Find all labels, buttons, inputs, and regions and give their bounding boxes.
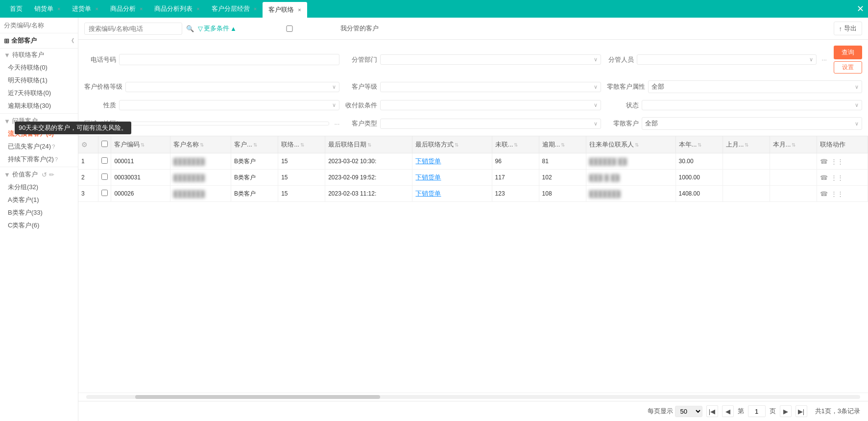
divider-2 xyxy=(0,167,78,167)
sidebar-item-churned[interactable]: 已流失客户(24) ? xyxy=(0,140,78,153)
sort-icon-type[interactable]: ⇅ xyxy=(253,142,257,148)
more-action-icon-2[interactable]: ⋮⋮ xyxy=(831,174,844,181)
filter-zero-attr-label: 零散客户属性 xyxy=(607,82,645,91)
sidebar-all-customers[interactable]: ⊞ 全部客户 《 xyxy=(0,33,78,49)
horizontal-scrollbar[interactable] xyxy=(78,393,868,401)
sort-icon-last-date[interactable]: ⇅ xyxy=(367,142,371,148)
more-conditions-button[interactable]: ▽ 更多条件 ▲ xyxy=(198,24,237,33)
chevron-up-icon: ▲ xyxy=(230,25,237,32)
query-button[interactable]: 查询 xyxy=(834,46,862,59)
sort-icon-this-month[interactable]: ⇅ xyxy=(792,142,796,148)
sidebar-item-ungrouped[interactable]: 未分组(32) xyxy=(0,181,78,194)
dept-select[interactable]: ∨ xyxy=(380,54,601,65)
region-select[interactable] xyxy=(125,122,329,125)
person-select[interactable]: ∨ xyxy=(637,54,817,65)
nav-customer-tier[interactable]: 客户分层经营 × xyxy=(206,0,263,18)
last-page-button[interactable]: ▶| xyxy=(796,405,807,417)
next-page-button[interactable]: ▶ xyxy=(780,405,792,417)
settings-button[interactable]: 设置 xyxy=(834,61,862,74)
sort-icon-last-month[interactable]: ⇅ xyxy=(745,142,748,148)
sidebar-search-input[interactable] xyxy=(4,22,78,29)
nav-sales-close[interactable]: × xyxy=(57,0,60,18)
refresh-icon[interactable]: ↺ xyxy=(42,171,47,178)
topbar-close-button[interactable]: ✕ xyxy=(857,3,864,14)
phone-input[interactable] xyxy=(119,54,339,65)
first-page-button[interactable]: |◀ xyxy=(706,405,718,417)
sidebar-item-class-c[interactable]: C类客户(6) xyxy=(0,219,78,232)
last-way-link-3[interactable]: 下销货单 xyxy=(415,190,441,197)
nav-purchase-close[interactable]: × xyxy=(95,0,98,18)
arrow-down-icon-2: ▼ xyxy=(4,118,10,125)
nav-product-analysis-close[interactable]: × xyxy=(140,0,143,18)
last-way-link-2[interactable]: 下销货单 xyxy=(415,173,441,181)
sort-icon-unit-contact[interactable]: ⇅ xyxy=(635,142,639,148)
contact-action-icon-2[interactable]: ☎ xyxy=(820,174,828,181)
payment-select[interactable]: ∨ xyxy=(380,100,601,110)
settings-gear-icon[interactable]: ⚙ xyxy=(81,141,88,149)
nav-product-list-label: 商品分析列表 xyxy=(154,0,193,18)
export-button[interactable]: ↑ 导出 xyxy=(834,22,863,35)
payment-chevron-icon: ∨ xyxy=(594,102,598,108)
grade-chevron-icon: ∨ xyxy=(594,84,598,90)
filter-payment-label: 收付款条件 xyxy=(345,101,377,110)
nav-product-list-close[interactable]: × xyxy=(196,0,199,18)
more-action-icon-3[interactable]: ⋮⋮ xyxy=(831,190,844,198)
zero-attr-select[interactable]: 全部 ∨ xyxy=(648,80,862,93)
scrollbar-thumb[interactable] xyxy=(135,395,380,399)
status-select[interactable]: ∨ xyxy=(642,100,862,110)
sidebar-item-declining[interactable]: 持续下滑客户(2) ? xyxy=(0,153,78,166)
query-settings-group: 查询 设置 xyxy=(834,46,862,74)
nav-purchase[interactable]: 进货单 × xyxy=(66,0,104,18)
last-way-link-1[interactable]: 下销货单 xyxy=(415,157,441,165)
prev-page-button[interactable]: ◀ xyxy=(722,405,734,417)
search-input[interactable] xyxy=(84,23,182,35)
edit-icon[interactable]: ✏ xyxy=(49,171,54,178)
page-number-input[interactable] xyxy=(748,405,766,417)
per-page-select[interactable]: 50 100 200 xyxy=(675,406,702,417)
select-all-checkbox[interactable] xyxy=(101,141,108,147)
nav-product-analysis[interactable]: 商品分析 × xyxy=(104,0,148,18)
sidebar-item-today[interactable]: 今天待联络(0) xyxy=(0,61,78,74)
nav-customer-contact[interactable]: 客户联络 × xyxy=(263,2,307,18)
nav-customer-contact-close[interactable]: × xyxy=(298,2,301,18)
zero-customer-select[interactable]: 全部 ∨ xyxy=(642,117,862,130)
nav-product-list[interactable]: 商品分析列表 × xyxy=(148,0,205,18)
th-this-month-label: 本月... xyxy=(773,140,791,149)
more-action-icon-1[interactable]: ⋮⋮ xyxy=(831,158,844,165)
filter-person-label: 分管人员 xyxy=(607,55,634,64)
nature-select[interactable]: ∨ xyxy=(119,100,339,110)
sort-icon-name[interactable]: ⇅ xyxy=(200,142,204,148)
row-checkbox-2[interactable] xyxy=(101,173,108,180)
sort-icon-this-year[interactable]: ⇅ xyxy=(698,142,701,148)
row-checkbox-1[interactable] xyxy=(101,157,108,164)
my-customers-checkbox-wrap[interactable]: 我分管的客户 xyxy=(241,24,379,33)
nav-sales[interactable]: 销货单 × xyxy=(28,0,66,18)
nav-home[interactable]: 首页 xyxy=(4,0,28,18)
sort-icon-last-way[interactable]: ⇅ xyxy=(455,142,458,148)
topbar: 首页 销货单 × 进货单 × 商品分析 × 商品分析列表 × 客户分层经营 × … xyxy=(0,0,868,18)
filter-grade: 客户等级 ∨ xyxy=(345,80,601,94)
sort-icon-not-contact[interactable]: ⇅ xyxy=(514,142,518,148)
sidebar-item-7days[interactable]: 近7天待联络(0) xyxy=(0,87,78,99)
contact-action-icon-3[interactable]: ☎ xyxy=(820,190,828,198)
grade-select[interactable]: ∨ xyxy=(380,82,601,92)
group-value-customers[interactable]: ▼ 价值客户 ↺ ✏ xyxy=(0,168,78,181)
sidebar-item-class-b[interactable]: B类客户(33) xyxy=(0,206,78,219)
customer-type-select[interactable]: ∨ xyxy=(380,119,601,129)
contact-action-icon-1[interactable]: ☎ xyxy=(820,158,828,165)
sidebar-item-class-a[interactable]: A类客户(1) xyxy=(0,194,78,206)
group-pending-contact[interactable]: ▼ 待联络客户 xyxy=(0,49,78,61)
sidebar-item-ungrouped-label: 未分组(32) xyxy=(8,183,38,192)
person-more-icon[interactable]: ··· xyxy=(821,56,827,63)
sidebar-item-overdue[interactable]: 逾期未联络(30) xyxy=(0,99,78,112)
sort-icon-code[interactable]: ⇅ xyxy=(141,142,145,148)
region-more-icon[interactable]: ··· xyxy=(334,120,339,127)
row-checkbox-3[interactable] xyxy=(101,190,108,196)
price-grade-select[interactable]: ∨ xyxy=(125,82,339,92)
search-button[interactable]: 🔍 xyxy=(186,25,194,32)
nav-customer-tier-close[interactable]: × xyxy=(254,0,257,18)
my-customers-checkbox[interactable] xyxy=(241,25,338,32)
sidebar-item-tomorrow[interactable]: 明天待联络(1) xyxy=(0,74,78,87)
sort-icon-overdue[interactable]: ⇅ xyxy=(561,142,565,148)
sort-icon-contact[interactable]: ⇅ xyxy=(300,142,304,148)
